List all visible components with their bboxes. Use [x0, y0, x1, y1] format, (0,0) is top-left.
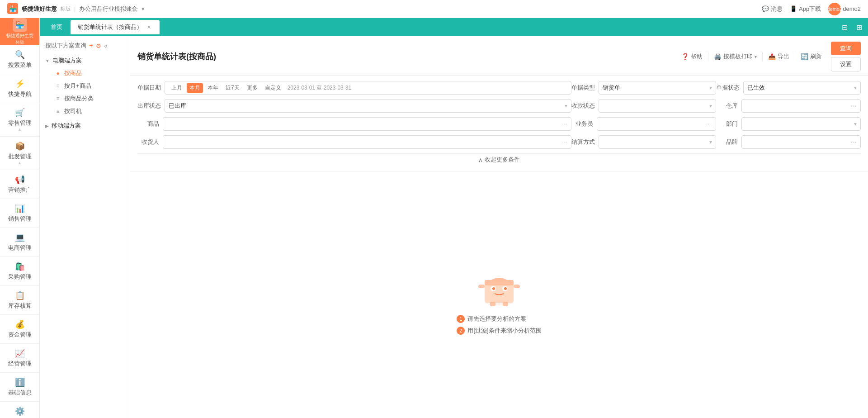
brand-label: 品牌 — [716, 138, 741, 146]
sidebar-item-finance[interactable]: 💰 资金管理 — [0, 315, 39, 344]
print-template-button[interactable]: 🖨️ 按模板打印 ▾ — [714, 52, 757, 61]
filter-item-out-status: 出库状态 已出库 ▾ — [137, 99, 571, 113]
help-button[interactable]: ❓ 帮助 — [681, 52, 703, 61]
settlement-dropdown-icon: ▾ — [709, 139, 712, 145]
salesperson-control[interactable]: ··· — [597, 117, 716, 131]
receipt-status-control[interactable]: ▾ — [599, 99, 716, 113]
wholesale-icon: 📦 — [15, 141, 25, 151]
filter-group-mobile-header[interactable]: ▶ 移动端方案 — [40, 119, 130, 132]
sidebar-item-quick-nav[interactable]: ⚡ 快捷导航 — [0, 74, 39, 103]
app-logo: 🏪 — [7, 3, 18, 14]
date-tag-last-month[interactable]: 上月 — [169, 83, 185, 93]
sidebar-item-retail[interactable]: 🛒 零售管理 ▲ — [0, 103, 39, 137]
tab-home[interactable]: 首页 — [43, 20, 70, 34]
sidebar-item-purchase[interactable]: 🛍️ 采购管理 — [0, 257, 39, 286]
product-control[interactable]: ··· — [163, 117, 571, 131]
filter-item-receipt-status: 收款状态 ▾ — [571, 99, 716, 113]
pc-group-arrow-icon: ▼ — [45, 58, 50, 63]
tab-bar-actions: ⊟ ⊞ — [839, 22, 864, 33]
salesperson-more-icon: ··· — [706, 121, 712, 127]
app-download-button[interactable]: 📱 App下载 — [790, 5, 821, 13]
tab-close-icon[interactable]: ✕ — [145, 24, 152, 31]
filter-item-warehouse: 仓库 ··· — [716, 99, 861, 113]
top-header: 🏪 畅捷通好生意 标版 | 办公用品行业模拟账套 ▾ 💬 消息 📱 App下载 … — [0, 0, 868, 18]
operations-icon: 📈 — [15, 348, 25, 358]
ecommerce-icon: 💻 — [15, 233, 25, 242]
search-menu-label: 搜索菜单 — [8, 61, 32, 69]
filter-panel-header: 按以下方案查询 + ⚙ « — [40, 40, 130, 52]
tab-minimize-button[interactable]: ⊟ — [839, 22, 850, 33]
filter-form: 单据日期 上月 本月 本年 近7天 更多 自定义 — [130, 76, 868, 171]
sidebar: 🏪 畅捷通好生意 标版 🔍 搜索菜单 ⚡ 快捷导航 🛒 零售管理 ▲ 📦 批发管… — [0, 18, 40, 418]
doc-status-control[interactable]: 已生效 ▾ — [743, 81, 861, 95]
date-tag-custom[interactable]: 自定义 — [262, 83, 284, 93]
settlement-control[interactable]: ▾ — [599, 135, 716, 149]
sidebar-item-operations[interactable]: 📈 经营管理 — [0, 344, 39, 373]
filter-row-4: 收货人 ··· 结算方式 ▾ — [137, 135, 861, 149]
filter-item-salesperson: 业务员 ··· — [571, 117, 716, 131]
settings-scheme-button[interactable]: ⚙ — [96, 43, 101, 49]
doc-type-label: 单据类型 — [571, 84, 599, 92]
page-title-bar: 销货单统计表(按商品) ❓ 帮助 🖨️ 按模板打印 ▾ — [130, 36, 868, 76]
inventory-icon: 📋 — [15, 290, 25, 300]
tab-sales-stats[interactable]: 销货单统计表（按商品） ✕ — [71, 20, 160, 34]
receipt-status-dropdown-icon: ▾ — [709, 103, 712, 109]
empty-tip-1: 1 请先选择要分析的方案 — [457, 315, 541, 323]
date-tag-this-year[interactable]: 本年 — [205, 83, 221, 93]
recipient-control[interactable]: ··· — [163, 135, 571, 149]
print-icon: 🖨️ — [714, 53, 722, 60]
warehouse-more-icon: ··· — [851, 103, 857, 109]
sidebar-item-search-menu[interactable]: 🔍 搜索菜单 — [0, 45, 39, 74]
collapse-more-bar[interactable]: ∧ 收起更多条件 — [137, 153, 861, 166]
settings-button[interactable]: 设置 — [831, 57, 861, 71]
tip-num-2: 2 — [457, 327, 465, 335]
export-button[interactable]: 📤 导出 — [768, 52, 789, 61]
sidebar-item-ecommerce[interactable]: 💻 电商管理 — [0, 228, 39, 257]
brand-control[interactable]: ··· — [741, 135, 861, 149]
query-button[interactable]: 查询 — [831, 42, 861, 55]
by-product-category-icon: ≡ — [54, 95, 61, 102]
content-area: 首页 销货单统计表（按商品） ✕ ⊟ ⊞ 按以下方案查询 + ⚙ — [40, 18, 868, 418]
divider3 — [795, 52, 795, 61]
date-tag-7days[interactable]: 近7天 — [223, 83, 242, 93]
svg-rect-9 — [490, 302, 495, 306]
filter-child-by-product[interactable]: ● 按商品 — [49, 67, 130, 80]
department-control[interactable]: ▾ — [741, 117, 861, 131]
base-info-label: 基础信息 — [8, 389, 32, 397]
add-scheme-button[interactable]: + — [89, 42, 93, 50]
filter-panel: 按以下方案查询 + ⚙ « ▼ 电脑端方案 — [40, 36, 130, 418]
date-tag-this-month[interactable]: 本月 — [187, 83, 203, 93]
by-cashier-icon: ≡ — [54, 108, 61, 115]
filter-child-by-cashier[interactable]: ≡ 按司机 — [49, 105, 130, 118]
filter-group-pc-header[interactable]: ▼ 电脑端方案 — [40, 54, 130, 67]
filter-child-by-product-category[interactable]: ≡ 按商品分类 — [49, 92, 130, 105]
out-status-control[interactable]: 已出库 ▾ — [165, 99, 571, 113]
date-tag-more[interactable]: 更多 — [244, 83, 260, 93]
sidebar-item-inventory[interactable]: 📋 库存核算 — [0, 286, 39, 315]
print-dropdown-icon: ▾ — [755, 54, 757, 59]
sidebar-item-base-info[interactable]: ℹ️ 基础信息 — [0, 373, 39, 402]
filter-panel-title: 按以下方案查询 — [45, 42, 86, 50]
messages-button[interactable]: 💬 消息 — [762, 5, 783, 13]
product-more-icon: ··· — [561, 121, 567, 127]
avatar: demo2 — [828, 3, 841, 15]
sidebar-item-marketing[interactable]: 📢 营销推广 — [0, 170, 39, 199]
collapse-panel-button[interactable]: « — [104, 42, 108, 49]
doc-type-control[interactable]: 销货单 ▾ — [599, 81, 716, 95]
svg-rect-7 — [478, 285, 485, 288]
tip-text-1: 请先选择要分析的方案 — [467, 315, 526, 323]
sidebar-item-system[interactable]: ⚙️ 系统管理 — [0, 402, 39, 418]
svg-rect-10 — [503, 302, 508, 306]
refresh-button[interactable]: 🔄 刷新 — [801, 52, 822, 61]
user-avatar-button[interactable]: demo2 demo2 — [828, 3, 861, 15]
industry-dropdown-icon[interactable]: ▾ — [142, 5, 145, 12]
brand-more-icon: ··· — [851, 139, 857, 145]
filter-child-by-month-product[interactable]: ≡ 按月+商品 — [49, 80, 130, 92]
warehouse-control[interactable]: ··· — [741, 99, 861, 113]
tab-sales-stats-label: 销货单统计表（按商品） — [78, 23, 142, 31]
by-month-product-icon: ≡ — [54, 82, 61, 90]
sidebar-item-sales-mgmt[interactable]: 📊 销售管理 — [0, 199, 39, 228]
tab-maximize-button[interactable]: ⊞ — [854, 22, 864, 33]
sidebar-item-wholesale[interactable]: 📦 批发管理 ▲ — [0, 137, 39, 170]
doc-type-dropdown-icon: ▾ — [709, 85, 712, 91]
